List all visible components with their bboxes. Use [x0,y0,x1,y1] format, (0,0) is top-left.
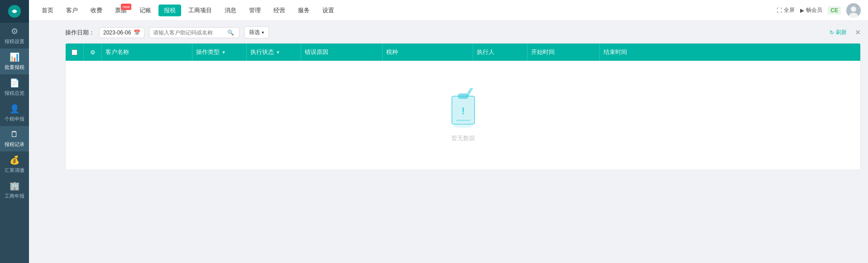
sidebar-item-baoshui-shezhi[interactable]: ⚙ 报税设置 [0,23,29,49]
th-start-time: 开始时间 [528,44,600,61]
table-header: ⚙ 客户名称 操作类型 ▼ 执行状态 ▼ 错误原因 税种 [66,44,860,61]
member-button[interactable]: ▶ 畅会员 [800,6,822,14]
empty-state: ! 暂无数据 [66,61,860,170]
geshuishenbao-icon: 👤 [10,104,19,114]
th-customer-name: 客户名称 [102,44,192,61]
content-area: 操作日期： 2023-06-06 📅 🔍 筛选 ▾ ↻ 刷新 ✕ [58,21,868,175]
settings-icon: ⚙ [90,49,96,56]
empty-text: 暂无数据 [451,134,475,142]
svg-point-11 [453,124,473,128]
nav-item-gongshang[interactable]: 工商项目 [183,5,217,16]
filter-button[interactable]: 筛选 ▾ [244,26,269,39]
empty-state-icon: ! [445,88,481,129]
nav-item-piaoju[interactable]: 票据 new [110,5,132,16]
nav-item-baoshui[interactable]: 报税 [158,5,181,16]
th-operation-type[interactable]: 操作类型 ▼ [192,44,247,61]
nav-item-shezhi[interactable]: 设置 [317,5,340,16]
sidebar-logo [0,0,29,23]
date-value: 2023-06-06 [103,29,131,36]
huisuan-jiaona-icon: 💰 [10,155,19,165]
date-input[interactable]: 2023-06-06 📅 [99,27,144,38]
svg-rect-9 [466,88,474,96]
fullscreen-icon: ⛶ [777,7,782,14]
nav-item-fuwu[interactable]: 服务 [293,5,315,16]
calendar-icon: 📅 [134,29,140,36]
select-all-checkbox[interactable] [72,49,77,55]
nav-items: 首页 客户 收费 票据 new 记账 报税 工商项目 消息 管理 经营 服务 设… [36,5,777,16]
fullscreen-button[interactable]: ⛶ 全屏 [777,6,795,14]
search-icon: 🔍 [227,29,234,36]
th-tax-type: 税种 [383,44,473,61]
svg-rect-8 [456,120,470,121]
sidebar-item-baoshui-zongjian[interactable]: 📄 报税总览 [0,74,29,100]
piliang-baoshui-icon: 📊 [10,52,19,62]
topbar: 首页 客户 收费 票据 new 记账 报税 工商项目 消息 管理 经营 服务 设… [29,0,868,21]
nav-item-guanli[interactable]: 管理 [244,5,266,16]
th-settings[interactable]: ⚙ [84,44,102,61]
th-executor: 执行人 [473,44,528,61]
baoshui-zongjian-icon: 📄 [10,78,19,88]
search-input[interactable] [153,29,225,36]
ce-badge: CE [828,6,841,15]
sort-icon-operation-type: ▼ [221,50,226,55]
th-end-time: 结束时间 [600,44,672,61]
svg-text:!: ! [461,105,465,117]
search-box[interactable]: 🔍 [149,27,240,38]
nav-item-jizhang[interactable]: 记账 [134,5,157,16]
refresh-button[interactable]: ↻ 刷新 [830,29,847,36]
refresh-icon: ↻ [830,29,834,36]
nav-item-customer[interactable]: 客户 [61,5,83,16]
th-exec-status[interactable]: 执行状态 ▼ [247,44,301,61]
gongshang-nianbao-icon: 🏢 [10,181,19,191]
nav-item-shoufei[interactable]: 收费 [85,5,108,16]
svg-point-2 [851,6,856,12]
member-icon: ▶ [800,7,804,14]
avatar[interactable] [846,3,861,18]
th-error-reason: 错误原因 [301,44,383,61]
topbar-right: ⛶ 全屏 ▶ 畅会员 CE [777,3,861,18]
filter-bar: 操作日期： 2023-06-06 📅 🔍 筛选 ▾ ↻ 刷新 ✕ [65,26,861,39]
sidebar-item-huisuan-jiaona[interactable]: 💰 汇算清缴 [0,151,29,177]
new-badge: new [121,4,131,10]
table-wrapper: ⚙ 客户名称 操作类型 ▼ 执行状态 ▼ 错误原因 税种 [65,43,861,170]
chevron-down-icon: ▾ [262,30,264,35]
sidebar-item-gongshang-nianbao[interactable]: 🏢 工商年报 [0,177,29,203]
baoshui-shezhi-icon: ⚙ [11,26,18,36]
nav-item-home[interactable]: 首页 [36,5,59,16]
date-label: 操作日期： [65,29,95,37]
sort-icon-exec-status: ▼ [276,50,280,55]
sidebar-item-piliang-baoshui[interactable]: 📊 批量报税 [0,49,29,74]
baoshui-jilu-icon: 🗒 [10,130,19,139]
nav-item-jingying[interactable]: 经营 [268,5,291,16]
th-checkbox[interactable] [66,44,84,61]
main-content: 操作日期： 2023-06-06 📅 🔍 筛选 ▾ ↻ 刷新 ✕ [58,21,868,263]
sidebar-item-baoshui-jilu[interactable]: 🗒 报税记录 [0,126,29,151]
sidebar: ⚙ 报税设置 📊 批量报税 📄 报税总览 👤 个税申报 🗒 报税记录 💰 汇算清… [0,0,29,263]
sidebar-item-geshuishenbao[interactable]: 👤 个税申报 [0,100,29,126]
close-button[interactable]: ✕ [855,28,861,37]
nav-item-xiaoxi[interactable]: 消息 [219,5,242,16]
